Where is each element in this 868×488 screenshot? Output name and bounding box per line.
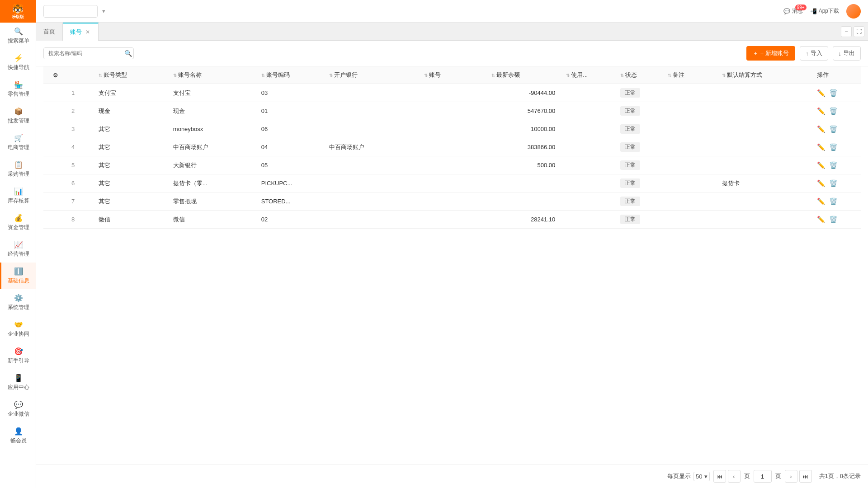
next-page-button[interactable]: › bbox=[785, 470, 797, 483]
status-badge: 正常 bbox=[620, 142, 640, 152]
row-code: 04 bbox=[258, 138, 326, 156]
sidebar-item-ecommerce[interactable]: 🛒 电商管理 bbox=[0, 129, 36, 156]
tab-close-icon[interactable]: ✕ bbox=[85, 29, 91, 35]
search-input[interactable] bbox=[44, 48, 121, 59]
topbar-left: ▾ bbox=[43, 5, 105, 18]
row-acct bbox=[420, 156, 488, 174]
col-name[interactable]: ⇅ 账号名称 bbox=[170, 66, 258, 84]
col-status[interactable]: ⇅ 状态 bbox=[617, 66, 664, 84]
col-use[interactable]: ⇅ 使用... bbox=[562, 66, 617, 84]
col-balance[interactable]: ⇅ 最新余额 bbox=[488, 66, 562, 84]
message-button[interactable]: 💬 消息 99+ bbox=[783, 7, 803, 15]
sidebar-item-app-center[interactable]: 📱 应用中心 bbox=[0, 369, 36, 396]
row-gear bbox=[43, 102, 68, 120]
page-number-input[interactable] bbox=[754, 470, 772, 483]
col-bank-label: 开户银行 bbox=[334, 71, 358, 79]
tab-account[interactable]: 账号 ✕ bbox=[63, 23, 99, 41]
sidebar-item-label: 经营管理 bbox=[8, 250, 29, 258]
edit-icon[interactable]: ✏️ bbox=[817, 107, 826, 115]
main-area: ▾ 💬 消息 99+ 📲 App下载 首页 账号 ✕ − ⛶ bbox=[36, 0, 868, 488]
sidebar: 🐯 乐版版 🔍 搜索菜单 ⚡ 快捷导航 🏪 零售管理 📦 批发管理 🛒 电商管理… bbox=[0, 0, 36, 488]
avatar[interactable] bbox=[846, 4, 861, 19]
sidebar-item-quick-nav[interactable]: ⚡ 快捷导航 bbox=[0, 49, 36, 76]
sidebar-item-guide[interactable]: 🎯 新手引导 bbox=[0, 343, 36, 369]
sidebar-item-search-menu[interactable]: 🔍 搜索菜单 bbox=[0, 23, 36, 49]
wholesale-icon: 📦 bbox=[14, 107, 23, 116]
edit-icon[interactable]: ✏️ bbox=[817, 125, 826, 133]
edit-icon[interactable]: ✏️ bbox=[817, 197, 826, 206]
last-page-button[interactable]: ⏭ bbox=[799, 470, 812, 483]
col-ops: 操作 bbox=[813, 66, 861, 84]
col-note[interactable]: ⇅ 备注 bbox=[664, 66, 718, 84]
wechat-icon: 💬 bbox=[14, 400, 23, 409]
row-ops: ✏️ 🗑️ bbox=[813, 120, 861, 138]
row-ops: ✏️ 🗑️ bbox=[813, 174, 861, 192]
table-row: 8 微信 微信 02 28241.10 正常 ✏️ 🗑️ bbox=[43, 211, 861, 229]
app-download-button[interactable]: 📲 App下载 bbox=[810, 7, 839, 15]
add-account-button[interactable]: ＋ + 新增账号 bbox=[746, 46, 795, 61]
tab-home[interactable]: 首页 bbox=[36, 23, 63, 41]
row-note bbox=[664, 211, 718, 229]
sidebar-item-enterprise[interactable]: 🤝 企业协同 bbox=[0, 316, 36, 343]
tab-maximize-button[interactable]: ⛶ bbox=[854, 26, 864, 37]
first-page-button[interactable]: ⏮ bbox=[713, 470, 726, 483]
page-size-select[interactable]: 50 ▾ bbox=[693, 472, 709, 481]
row-gear bbox=[43, 138, 68, 156]
sidebar-item-wechat[interactable]: 💬 企业微信 bbox=[0, 396, 36, 422]
chevron-down-icon: ▾ bbox=[704, 473, 708, 480]
total-info: 共1页，8条记录 bbox=[819, 472, 861, 480]
topbar-chevron-icon[interactable]: ▾ bbox=[102, 8, 105, 14]
delete-icon[interactable]: 🗑️ bbox=[829, 143, 838, 151]
row-name: 中百商场账户 bbox=[170, 138, 258, 156]
row-note bbox=[664, 102, 718, 120]
sidebar-item-operations[interactable]: 📈 经营管理 bbox=[0, 236, 36, 263]
col-code[interactable]: ⇅ 账号编码 bbox=[258, 66, 326, 84]
topbar: ▾ 💬 消息 99+ 📲 App下载 bbox=[36, 0, 868, 23]
sidebar-item-purchase[interactable]: 📋 采购管理 bbox=[0, 156, 36, 183]
sidebar-item-basic-info[interactable]: ℹ️ 基础信息 bbox=[0, 263, 36, 289]
delete-icon[interactable]: 🗑️ bbox=[829, 179, 838, 188]
prev-page-button[interactable]: ‹ bbox=[728, 470, 741, 483]
col-bank[interactable]: ⇅ 开户银行 bbox=[326, 66, 420, 84]
import-icon: ↑ bbox=[806, 50, 809, 57]
edit-icon[interactable]: ✏️ bbox=[817, 161, 826, 169]
import-button[interactable]: ↑ 导入 bbox=[800, 46, 828, 61]
delete-icon[interactable]: 🗑️ bbox=[829, 197, 838, 206]
row-status: 正常 bbox=[617, 192, 664, 211]
search-menu-icon: 🔍 bbox=[14, 27, 23, 36]
col-default[interactable]: ⇅ 默认结算方式 bbox=[718, 66, 813, 84]
table-row: 4 其它 中百商场账户 04 中百商场账户 383866.00 正常 ✏️ 🗑️ bbox=[43, 138, 861, 156]
export-button[interactable]: ↓ 导出 bbox=[833, 46, 861, 61]
search-button[interactable]: 🔍 bbox=[121, 50, 134, 57]
col-num bbox=[68, 66, 95, 84]
col-acct[interactable]: ⇅ 账号 bbox=[420, 66, 488, 84]
edit-icon[interactable]: ✏️ bbox=[817, 179, 826, 188]
col-settings[interactable]: ⚙ bbox=[43, 66, 68, 84]
sidebar-item-inventory[interactable]: 📊 库存核算 bbox=[0, 183, 36, 209]
delete-icon[interactable]: 🗑️ bbox=[829, 216, 838, 224]
sidebar-item-wholesale[interactable]: 📦 批发管理 bbox=[0, 103, 36, 129]
sidebar-item-label: 搜索菜单 bbox=[8, 37, 29, 45]
row-num: 4 bbox=[68, 138, 95, 156]
table-body: 1 支付宝 支付宝 03 -90444.00 正常 ✏️ 🗑️ 2 现金 现金 … bbox=[43, 84, 861, 229]
sidebar-item-label: 新手引导 bbox=[8, 357, 29, 365]
tab-minimize-button[interactable]: − bbox=[841, 26, 852, 37]
edit-icon[interactable]: ✏️ bbox=[817, 216, 826, 224]
topbar-search-input[interactable] bbox=[43, 5, 98, 18]
row-num: 3 bbox=[68, 120, 95, 138]
delete-icon[interactable]: 🗑️ bbox=[829, 107, 838, 115]
row-ops: ✏️ 🗑️ bbox=[813, 84, 861, 102]
delete-icon[interactable]: 🗑️ bbox=[829, 89, 838, 97]
edit-icon[interactable]: ✏️ bbox=[817, 143, 826, 151]
row-num: 1 bbox=[68, 84, 95, 102]
sidebar-item-retail[interactable]: 🏪 零售管理 bbox=[0, 76, 36, 103]
sidebar-item-finance[interactable]: 💰 资金管理 bbox=[0, 209, 36, 236]
settings-icon[interactable]: ⚙ bbox=[53, 72, 58, 79]
sidebar-item-member[interactable]: 👤 畅会员 bbox=[0, 422, 36, 449]
edit-icon[interactable]: ✏️ bbox=[817, 89, 826, 97]
sort-icon: ⇅ bbox=[329, 73, 333, 78]
sidebar-item-system[interactable]: ⚙️ 系统管理 bbox=[0, 289, 36, 316]
delete-icon[interactable]: 🗑️ bbox=[829, 125, 838, 133]
delete-icon[interactable]: 🗑️ bbox=[829, 161, 838, 169]
col-type[interactable]: ⇅ 账号类型 bbox=[95, 66, 170, 84]
